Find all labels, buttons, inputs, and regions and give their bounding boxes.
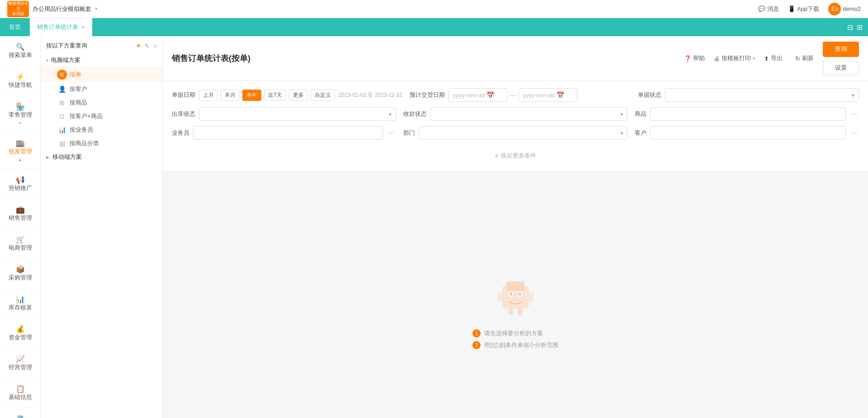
help-button[interactable]: ❓ 帮助 [680,52,708,64]
more-date-button[interactable]: 更多 [289,90,308,101]
add-scheme-button[interactable]: + [137,42,141,50]
settings-button[interactable]: 设置 [823,61,859,75]
sidebar-item-wholesale[interactable]: 🏬 批发管理 ▴ [0,133,40,169]
department-select[interactable]: ▾ [419,126,627,140]
sidebar-item-system[interactable]: ⚙️ 系统管理 [0,408,40,418]
sidebar-item-sales[interactable]: 💼 销售管理 [0,199,40,229]
system-icon: ⚙️ [0,414,40,418]
tree-badge: 按 [57,70,67,80]
this-month-button[interactable]: 本月 [221,90,240,101]
collapse-button[interactable]: ∧ 收起更多条件 [495,152,536,160]
svg-point-5 [519,293,521,295]
print-button[interactable]: 🖨 按模板打印 ▾ [714,54,755,62]
quicknav-icon: ⚡ [0,72,40,81]
minimize-button[interactable]: ⊟ [847,23,853,32]
expected-date-start[interactable]: yyyy-mm-dd 📅 [448,88,507,102]
calendar-icon-end: 📅 [557,91,564,99]
delivery-label: 出库状态 [172,110,195,118]
query-button[interactable]: 查询 [823,42,859,57]
tabbar-actions: ⊟ ⊞ [842,23,868,32]
last-month-button[interactable]: 上月 [199,90,218,101]
tab-sales-order-stats[interactable]: 销售订单统计表 × [30,18,92,36]
customer-icon: 👤 [57,86,67,93]
sidebar-item-marketing[interactable]: 📢 营销推广 [0,169,40,199]
tip-num-1: 1 [472,329,481,337]
customer-more-button[interactable]: ··· [849,129,859,137]
department-filter: 部门 ▾ [403,126,627,140]
goods-input[interactable] [650,107,846,121]
sidebar-item-retail[interactable]: 🏪 零售管理 ▾ [0,96,40,133]
payment-label: 收款状态 [403,110,427,118]
date-separator: — [510,92,516,99]
tree-group-mobile[interactable]: ▶ 移动端方案 [41,150,162,164]
operations-icon: 📈 [0,355,40,363]
expected-date-inputs: yyyy-mm-dd 📅 — yyyy-mm-dd 📅 [448,88,577,102]
tab-home[interactable]: 首页 [0,18,30,36]
basic-icon: 📋 [0,385,40,393]
main-layout: 🔍 搜索菜单 ⚡ 快捷导航 🏪 零售管理 ▾ 🏬 批发管理 ▴ 📢 营销推广 💼… [0,36,868,418]
empty-state: 1 请先选择要分析的方案 2 用[过滤]条件来缩小分析范围 [472,268,558,349]
user-menu[interactable]: Ea demo2 [828,3,861,15]
filter-area: 单据日期 上月 本月 本年 近7天 更多 自定义 2023-01-01 至 20… [163,81,868,172]
collapse-panel-button[interactable]: « [153,42,157,49]
last7-button[interactable]: 近7天 [264,90,286,101]
tree-item-by-customer-goods[interactable]: ⊡ 按客户+商品 [41,109,162,123]
sidebar-item-basic[interactable]: 📋 基础信息 [0,378,40,408]
expected-date-filter: 预计交货日期 yyyy-mm-dd 📅 — yyyy-mm-dd 📅 [410,88,631,102]
status-label: 单据状态 [638,91,661,99]
sidebar: 🔍 搜索菜单 ⚡ 快捷导航 🏪 零售管理 ▾ 🏬 批发管理 ▴ 📢 营销推广 💼… [0,36,41,418]
sidebar-item-finance[interactable]: 💰 资金管理 [0,318,40,348]
payment-status-filter: 收款状态 ▾ [403,107,627,121]
app-title[interactable]: 办公用品行业模拟账套 [33,5,91,13]
status-filter: 单据状态 ▾ [638,88,859,102]
sidebar-item-ecommerce[interactable]: 🛒 电商管理 [0,229,40,259]
tree-item-by-order[interactable]: 按 按单 [41,67,162,82]
tree-item-by-goods-category[interactable]: ▤ 按商品分类 [41,137,162,150]
payment-select[interactable]: ▾ [430,107,627,121]
left-panel-header: 按以下方案查询 + ✎ « [41,42,162,53]
status-select[interactable]: ▾ [665,88,859,102]
left-panel: 按以下方案查询 + ✎ « ▾ 电脑端方案 按 按单 👤 按客户 [41,36,163,418]
avatar: Ea [828,3,841,15]
salesperson-input[interactable] [193,126,383,140]
tree-group-desktop[interactable]: ▾ 电脑端方案 [41,53,162,67]
tree-item-by-customer[interactable]: 👤 按客户 [41,82,162,96]
tab-close-button[interactable]: × [82,24,85,30]
tree-item-by-goods[interactable]: ⊞ 按商品 [41,96,162,109]
this-year-button[interactable]: 本年 [242,90,261,101]
export-button[interactable]: ⬆ 导出 [760,52,786,64]
sidebar-item-inventory[interactable]: 📊 库存核算 [0,289,40,318]
refresh-button[interactable]: ↻ 刷新 [792,52,817,64]
sidebar-item-purchase[interactable]: 📦 采购管理 [0,259,40,289]
payment-caret: ▾ [620,111,623,118]
empty-tip-1: 1 请先选择要分析的方案 [472,329,558,337]
sales-icon: 💼 [0,205,40,214]
expected-date-end[interactable]: yyyy-mm-dd 📅 [519,88,577,102]
tabbar: 首页 销售订单统计表 × ⊟ ⊞ [0,18,868,36]
sidebar-item-quicknav[interactable]: ⚡ 快捷导航 [0,66,40,96]
app-download-button[interactable]: 📱 App下载 [788,5,819,13]
goods-more-button[interactable]: ··· [849,110,859,118]
marketing-icon: 📢 [0,176,40,184]
refresh-icon: ↻ [795,55,800,62]
custom-date-button[interactable]: 自定义 [311,90,335,101]
wholesale-icon: 🏬 [0,139,40,147]
department-label: 部门 [403,129,415,137]
sidebar-item-operations[interactable]: 📈 经营管理 [0,348,40,378]
wholesale-caret: ▴ [19,157,21,162]
retail-caret: ▾ [19,120,21,125]
sidebar-item-search[interactable]: 🔍 搜索菜单 [0,36,40,66]
salesperson-more-button[interactable]: ··· [387,129,396,137]
app-selector-caret[interactable]: ▾ [95,6,98,12]
inventory-icon: 📊 [0,295,40,304]
customer-input[interactable] [650,126,846,140]
retail-icon: 🏪 [0,102,40,111]
finance-icon: 💰 [0,325,40,333]
message-button[interactable]: 💬 消息 [758,5,779,13]
content-area: 按以下方案查询 + ✎ « ▾ 电脑端方案 按 按单 👤 按客户 [41,36,868,418]
maximize-button[interactable]: ⊞ [857,23,863,32]
delivery-select[interactable]: ▾ [199,107,396,121]
edit-scheme-button[interactable]: ✎ [144,42,150,49]
tree-item-by-salesperson[interactable]: 📊 按业务员 [41,123,162,137]
print-caret: ▾ [753,56,755,61]
